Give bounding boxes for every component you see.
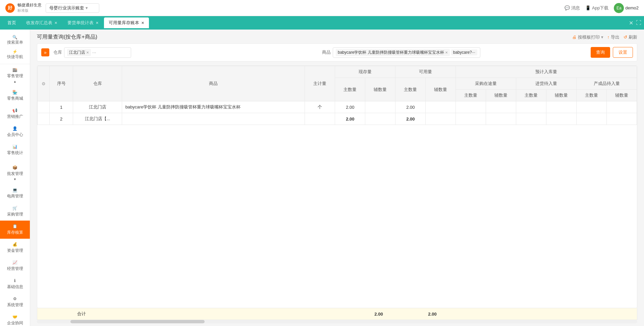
th-expected-inbound: 预计入库量 bbox=[456, 66, 637, 78]
th-main-unit: 主计量 bbox=[305, 66, 335, 101]
sidebar: 🔍 搜索菜单 ⚡ 快捷导航 🏬 零售管理 ▲ 🏪 零售商城 📢 营销推广 👤 会… bbox=[0, 30, 30, 326]
purchase-icon: 🛒 bbox=[12, 206, 17, 211]
download-action[interactable]: 📱 App下载 bbox=[585, 5, 608, 11]
cell-product-2 bbox=[122, 113, 305, 125]
close-all-tabs-button[interactable]: ✕ bbox=[629, 20, 633, 26]
sidebar-item-wholesale-label: 批发管理 bbox=[7, 171, 23, 177]
sidebar-item-marketing[interactable]: 📢 营销推广 bbox=[0, 105, 30, 123]
sidebar-item-member[interactable]: 👤 会员中心 bbox=[0, 123, 30, 141]
sidebar-item-system[interactable]: ⚙ 系统管理 bbox=[0, 293, 30, 311]
sidebar-item-basic-info-label: 基础信息 bbox=[7, 284, 23, 290]
col-settings-icon[interactable]: ⚙ bbox=[42, 81, 46, 86]
footer-curr-main: 2.00 bbox=[365, 312, 392, 317]
product-tag-2-text: babycare?··· bbox=[453, 50, 475, 55]
export-button[interactable]: ↑ 导出 bbox=[607, 34, 620, 40]
cell-curr-aux-1 bbox=[365, 101, 395, 113]
sidebar-item-inventory[interactable]: 📋 库存核算 bbox=[0, 221, 30, 239]
scroll-thumb[interactable] bbox=[70, 320, 205, 323]
warehouse-filter-dots[interactable]: ··· bbox=[92, 50, 96, 55]
product-tag-2: babycare?··· bbox=[451, 49, 477, 55]
sidebar-quick-nav[interactable]: ⚡ 快捷导航 bbox=[0, 48, 30, 61]
cell-pp-main-2 bbox=[577, 113, 607, 125]
refresh-icon: ↺ bbox=[624, 35, 627, 40]
refresh-button[interactable]: ↺ 刷新 bbox=[624, 34, 637, 40]
ecommerce-icon: 💻 bbox=[12, 188, 17, 192]
sidebar-item-finance[interactable]: 💰 资金管理 bbox=[0, 239, 30, 257]
org-selector[interactable]: 母婴行业演示账套 ▾ bbox=[46, 3, 99, 13]
sidebar-item-enterprise[interactable]: 🤝 企业协同 bbox=[0, 311, 30, 326]
sidebar-item-operations[interactable]: 📈 经营管理 bbox=[0, 257, 30, 275]
th-settings[interactable]: ⚙ bbox=[38, 66, 50, 101]
marketing-icon: 📢 bbox=[12, 108, 17, 113]
cell-index-2: 2 bbox=[50, 113, 73, 125]
tab-home[interactable]: 首页 bbox=[3, 17, 21, 28]
sidebar-item-purchase-label: 采购管理 bbox=[7, 212, 23, 217]
th-current-main: 主数量 bbox=[335, 78, 365, 101]
sidebar-item-retail-stats[interactable]: 📊 零售统计 bbox=[0, 141, 30, 159]
message-icon: 💬 bbox=[565, 5, 570, 10]
warehouse-tag-1-remove[interactable]: ✕ bbox=[86, 51, 89, 54]
refresh-label: 刷新 bbox=[629, 34, 637, 40]
expand-window-button[interactable]: ⛶ bbox=[636, 20, 641, 26]
sidebar-item-retail-mgmt[interactable]: 🏬 零售管理 ▲ bbox=[0, 64, 30, 87]
nav-tabs: 首页 收发存汇总表 ✕ 要货单统计表 ✕ 可用量库存账本 ✕ ✕ ⛶ bbox=[0, 16, 644, 30]
cell-pi-aux-1 bbox=[546, 101, 577, 113]
nav-window-controls: ✕ ⛶ bbox=[629, 20, 641, 26]
sidebar-item-basic-info[interactable]: ℹ 基础信息 bbox=[0, 275, 30, 293]
filter-expand-button[interactable]: » bbox=[41, 48, 49, 56]
sidebar-search[interactable]: 🔍 搜索菜单 bbox=[0, 32, 30, 48]
cell-warehouse-1: 江北门店 bbox=[73, 101, 122, 113]
th-warehouse: 仓库 bbox=[73, 66, 122, 101]
message-action[interactable]: 💬 消息 bbox=[565, 5, 580, 11]
main-layout: 🔍 搜索菜单 ⚡ 快捷导航 🏬 零售管理 ▲ 🏪 零售商城 📢 营销推广 👤 会… bbox=[0, 30, 644, 326]
tab-receive-summary[interactable]: 收发存汇总表 ✕ bbox=[21, 17, 62, 28]
filter-settings-button[interactable]: 设置 bbox=[613, 47, 633, 58]
tab-order-stats-close[interactable]: ✕ bbox=[96, 21, 99, 25]
query-button[interactable]: 查询 bbox=[591, 47, 610, 58]
logo-icon: 好 bbox=[5, 3, 15, 13]
warehouse-filter-input[interactable]: 江北门店 ✕ ··· bbox=[64, 47, 131, 58]
th-pp-main: 主数量 bbox=[577, 90, 607, 101]
cell-avail-main-2: 2.00 bbox=[395, 113, 426, 125]
warehouse-filter-label: 仓库 bbox=[53, 49, 62, 55]
cell-warehouse-2: 江北门店【... bbox=[73, 113, 122, 125]
download-label: App下载 bbox=[592, 5, 608, 11]
search-icon: 🔍 bbox=[3, 35, 27, 40]
cell-pp-main-1 bbox=[577, 101, 607, 113]
download-icon: 📱 bbox=[585, 5, 591, 10]
th-current-aux: 辅数量 bbox=[365, 78, 395, 101]
print-button[interactable]: 🖨 按模板打印 ▾ bbox=[572, 34, 603, 40]
th-pt-aux: 辅数量 bbox=[486, 90, 516, 101]
product-tag-1: babycare学饮杯 儿童防摔防撞吸管杯重力球吸嘴杯宝宝水杯 ✕ bbox=[336, 49, 450, 56]
top-bar-left: 好 畅捷通好生意 标准版 母婴行业演示账套 ▾ bbox=[5, 3, 99, 13]
top-bar-right: 💬 消息 📱 App下载 Ea demo2 bbox=[565, 3, 639, 13]
cell-pt-main-1 bbox=[456, 101, 486, 113]
print-label: 按模板打印 bbox=[578, 34, 600, 40]
th-pi-aux: 辅数量 bbox=[546, 90, 577, 101]
sidebar-item-ecommerce[interactable]: 💻 电商管理 bbox=[0, 184, 30, 202]
wholesale-arrow: ▼ bbox=[13, 178, 16, 181]
export-icon: ↑ bbox=[607, 35, 610, 40]
retail-stats-icon: 📊 bbox=[12, 144, 17, 149]
sidebar-item-retail-store[interactable]: 🏪 零售商城 bbox=[0, 87, 30, 105]
sidebar-item-wholesale[interactable]: 📦 批发管理 ▼ bbox=[0, 162, 30, 184]
tab-available-inventory[interactable]: 可用量库存账本 ✕ bbox=[104, 17, 149, 28]
product-tag-1-remove[interactable]: ✕ bbox=[445, 51, 448, 54]
cell-avail-main-1: 2.00 bbox=[395, 101, 426, 113]
table-scrollbar[interactable] bbox=[37, 320, 637, 323]
sidebar-item-enterprise-label: 企业协同 bbox=[7, 320, 23, 326]
system-icon: ⚙ bbox=[13, 296, 17, 301]
th-avail-main: 主数量 bbox=[395, 78, 426, 101]
org-dropdown-icon: ▾ bbox=[86, 5, 88, 10]
table-wrapper: ⚙ 序号 仓库 商品 主计量 现存量 可用量 预计入库量 主数量 辅数量 主数量 bbox=[37, 65, 637, 308]
basic-info-icon: ℹ bbox=[14, 278, 16, 283]
table-row: 1 江北门店 babycare学饮杯 儿童防摔防撞吸管杯重力球吸嘴杯宝宝水杯 个… bbox=[38, 101, 637, 113]
tab-available-inventory-close[interactable]: ✕ bbox=[141, 21, 144, 25]
sidebar-item-purchase[interactable]: 🛒 采购管理 bbox=[0, 202, 30, 221]
retail-mgmt-arrow: ▲ bbox=[13, 80, 16, 83]
product-filter-input[interactable]: babycare学饮杯 儿童防摔防撞吸管杯重力球吸嘴杯宝宝水杯 ✕ babyca… bbox=[333, 47, 480, 58]
user-area[interactable]: Ea demo2 bbox=[614, 3, 639, 13]
tab-receive-summary-close[interactable]: ✕ bbox=[54, 21, 57, 25]
tab-receive-summary-label: 收发存汇总表 bbox=[26, 20, 52, 26]
tab-order-stats[interactable]: 要货单统计表 ✕ bbox=[63, 17, 103, 28]
